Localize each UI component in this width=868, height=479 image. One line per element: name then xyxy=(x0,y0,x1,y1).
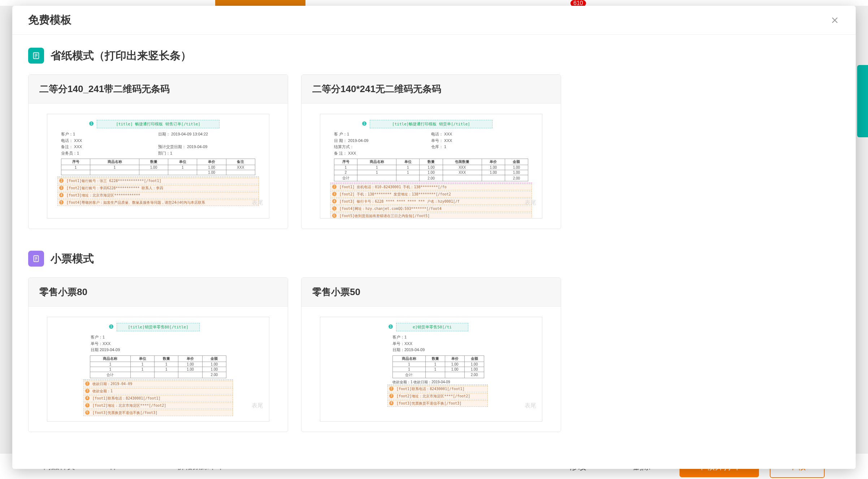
template-preview: 1[title] 畅捷通打印模板 销售订单[/title] 客户：1 电话： X… xyxy=(47,114,269,219)
template-card-receipt-50[interactable]: 零售小票50 1e]销货单零售50[/ti 客户：1 单号：XXX 日期：201… xyxy=(301,277,561,432)
card-title: 零售小票80 xyxy=(29,278,288,307)
paper-save-icon xyxy=(28,48,44,64)
watermark: 表尾 xyxy=(252,199,263,207)
template-card-140-241-qr[interactable]: 二等分140_241带二维码无条码 1[title] 畅捷通打印模板 销售订单[… xyxy=(28,74,288,229)
card-title: 二等分140*241无二维码无条码 xyxy=(301,75,561,104)
card-title: 零售小票50 xyxy=(301,278,561,307)
template-preview: 1e]销货单零售50[/ti 客户：1 单号：XXX 日期：2019-04-09… xyxy=(320,317,542,422)
modal-header: 免费模板 xyxy=(12,6,856,35)
section-paper-save: 省纸模式（打印出来竖长条） xyxy=(28,48,840,64)
card-title: 二等分140_241带二维码无条码 xyxy=(29,75,288,104)
template-card-receipt-80[interactable]: 零售小票80 1[title]销货单零售80[/title] 客户：1 单号：X… xyxy=(28,277,288,432)
top-strip xyxy=(0,0,868,6)
orange-tab-fragment xyxy=(215,0,305,6)
modal-title: 免费模板 xyxy=(28,13,71,27)
template-modal: 免费模板 省纸模式（打印出来竖长条） 二等分140_241带二维码无条码 1[t… xyxy=(12,6,856,469)
watermark: 表尾 xyxy=(525,199,536,207)
template-preview: 1[title]畅捷通打印模板 销货单[/title] 客 户：1 日 期： 2… xyxy=(320,114,542,219)
modal-body: 省纸模式（打印出来竖长条） 二等分140_241带二维码无条码 1[title]… xyxy=(12,35,856,469)
template-card-140-241-noqr[interactable]: 二等分140*241无二维码无条码 1[title]畅捷通打印模板 销货单[/t… xyxy=(301,74,561,229)
watermark: 表尾 xyxy=(252,402,263,410)
watermark: 表尾 xyxy=(525,402,536,410)
close-icon[interactable] xyxy=(830,15,840,25)
section-title: 小票模式 xyxy=(51,251,94,266)
section-title: 省纸模式（打印出来竖长条） xyxy=(51,48,191,63)
section-receipt: 小票模式 xyxy=(28,251,840,267)
template-preview: 1[title]销货单零售80[/title] 客户：1 单号：XXX 日期 2… xyxy=(47,317,269,422)
receipt-icon xyxy=(28,251,44,267)
right-side-tab[interactable] xyxy=(857,65,868,137)
